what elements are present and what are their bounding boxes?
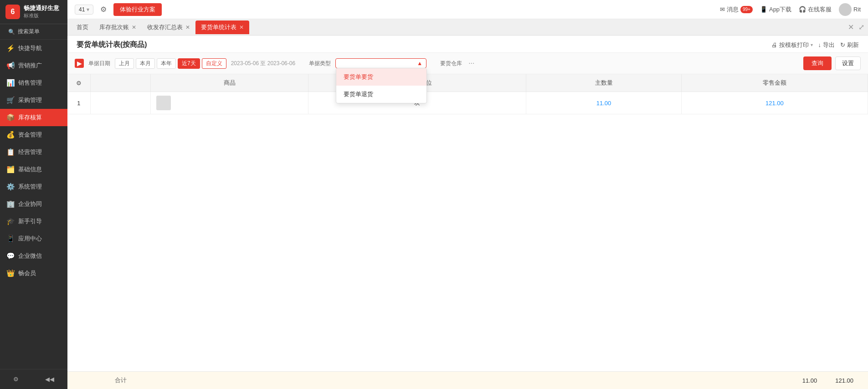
dropdown-item-order-goods[interactable]: 要货单要货 [336,68,426,86]
settings-footer-btn[interactable]: ⚙ [10,374,22,384]
purchase-icon: 🛒 [6,96,15,104]
filter-expand-btn[interactable]: ▶ [75,59,84,68]
brand-title: 畅捷通好生意 [24,5,59,12]
operations-icon: 📋 [6,148,15,156]
brand-sub: 标准版 [24,12,59,19]
sidebar-item-app-center[interactable]: 📱 应用中心 [0,230,67,247]
app-center-icon: 📱 [6,235,15,243]
sidebar-item-inventory[interactable]: 📦 库存核算 [0,109,67,126]
table-footer: 合计 11.00 121.00 [67,371,868,389]
messages-btn[interactable]: ✉ 消息 99+ [720,5,753,14]
query-btn[interactable]: 查询 [803,56,832,70]
table-header-row: ⚙ 商品 主计量单位 主数量 零售金额 [67,74,868,92]
sidebar-item-guide[interactable]: 🎓 新手引导 [0,213,67,230]
messages-icon: ✉ [720,6,725,13]
sidebar-item-system[interactable]: ⚙️ 系统管理 [0,178,67,195]
dropdown-item-label-2: 要货单退货 [344,91,373,97]
app-logo-icon: 6 [5,5,20,19]
online-service-btn[interactable]: 🎧 在线客服 [799,5,832,14]
footer-amount: 121.00 [826,377,863,384]
enterprise-icon: 🏢 [6,200,15,208]
store-value: 41 [79,6,85,13]
sidebar-item-finance[interactable]: 💰 资金管理 [0,126,67,143]
export-btn[interactable]: ↓ 导出 [818,41,835,49]
date-btn-last-month[interactable]: 上月 [115,58,134,69]
type-filter-label: 单据类型 [309,60,331,67]
sidebar-item-sales[interactable]: 📊 销售管理 [0,74,67,92]
close-receive-send-icon[interactable]: ✕ [185,24,190,31]
wechat-icon: 💬 [6,252,15,260]
date-filter-label: 单据日期 [88,60,110,67]
topbar-right: ✉ 消息 99+ 📱 App下载 🎧 在线客服 Rit [720,3,861,16]
refresh-icon: ↻ [840,41,845,48]
type-filter-input[interactable]: ▲ 要货单要货 要货单退货 [335,58,426,68]
print-btn[interactable]: 🖨 按模板打印 ▾ [771,41,813,49]
tab-inventory-batch[interactable]: 库存批次账 ✕ [94,20,142,34]
sidebar-search[interactable]: 🔍 搜索菜单 [0,24,67,40]
guide-label: 新手引导 [18,217,42,225]
tabs-bar-right: ✕ ⤢ [848,23,864,31]
marketing-label: 营销推广 [18,61,42,70]
marketing-icon: 📢 [6,61,15,70]
tabs-bar: 首页 库存批次账 ✕ 收发存汇总表 ✕ 要货单统计表 ✕ ✕ ⤢ [67,19,868,36]
finance-icon: 💰 [6,131,15,139]
member-label: 畅会员 [18,269,36,277]
sidebar-item-wechat[interactable]: 💬 企业微信 [0,247,67,265]
purchase-label: 采购管理 [18,96,42,104]
col-product: 商品 [151,74,308,92]
product-thumbnail [156,96,171,110]
date-btn-this-year[interactable]: 本年 [157,58,176,69]
col-settings-icon[interactable]: ⚙ [76,80,82,87]
restore-tab-icon[interactable]: ⤢ [858,23,864,31]
sidebar-item-member[interactable]: 👑 畅会员 [0,265,67,282]
quick-nav-label: 快捷导航 [18,44,42,52]
table-container: ⚙ 商品 主计量单位 主数量 零售金额 1 [67,74,868,371]
app-download-icon: 📱 [760,6,767,13]
messages-label: 消息 [727,5,739,14]
sales-icon: 📊 [6,79,15,87]
date-btn-this-month[interactable]: 本月 [136,58,155,69]
sidebar-item-basic-info[interactable]: 🗂️ 基础信息 [0,161,67,178]
guide-icon: 🎓 [6,217,15,225]
close-inventory-batch-icon[interactable]: ✕ [132,24,136,31]
sales-label: 销售管理 [18,79,42,87]
collapse-footer-btn[interactable]: ◀◀ [41,374,58,384]
store-selector[interactable]: 41 ▾ [75,5,93,15]
tab-receive-send[interactable]: 收发存汇总表 ✕ [142,20,195,34]
trial-btn[interactable]: 体验行业方案 [113,3,162,16]
tab-order-stats-label: 要货单统计表 [201,23,236,31]
sidebar-logo: 6 畅捷通好生意 标准版 [0,0,67,24]
system-icon: ⚙️ [6,183,15,191]
member-icon: 👑 [6,269,15,277]
settings-btn[interactable]: 设置 [835,56,861,70]
sidebar-item-quick-nav[interactable]: ⚡ 快捷导航 [0,40,67,57]
dropdown-item-return-goods[interactable]: 要货单退货 [336,86,426,103]
topbar-gear-icon[interactable]: ⚙ [97,3,110,16]
basic-info-label: 基础信息 [18,165,42,174]
row-quantity-cell[interactable]: 11.00 [526,92,681,114]
date-btn-custom[interactable]: 自定义 [202,58,226,69]
sidebar-item-operations[interactable]: 📋 经营管理 [0,143,67,161]
refresh-btn[interactable]: ↻ 刷新 [840,41,859,49]
tab-order-stats[interactable]: 要货单统计表 ✕ [195,20,249,34]
row-product-cell [151,92,308,114]
app-download-btn[interactable]: 📱 App下载 [760,5,791,14]
main-area: 41 ▾ ⚙ 体验行业方案 ✉ 消息 99+ 📱 App下载 🎧 在线客服 R [67,0,868,389]
app-center-label: 应用中心 [18,235,42,243]
type-dropdown-menu: 要货单要货 要货单退货 [336,68,427,103]
sidebar-item-purchase[interactable]: 🛒 采购管理 [0,92,67,109]
app-logo-text: 畅捷通好生意 标准版 [24,5,59,19]
close-tab-icon[interactable]: ✕ [848,23,854,31]
sidebar: 6 畅捷通好生意 标准版 🔍 搜索菜单 ⚡ 快捷导航 📢 营销推广 📊 销售管理… [0,0,67,389]
footer-quantity: 11.00 [793,377,827,384]
tab-home[interactable]: 首页 [71,20,94,34]
row-amount-cell[interactable]: 121.00 [681,92,868,114]
type-filter-chevron-icon: ▲ [417,60,422,67]
user-profile-btn[interactable]: Rit [839,3,861,16]
sidebar-item-marketing[interactable]: 📢 营销推广 [0,57,67,74]
filter-more-icon[interactable]: ··· [468,59,474,67]
col-gear: ⚙ [67,74,90,92]
date-btn-last-7-days[interactable]: 近7天 [178,58,200,69]
close-order-stats-icon[interactable]: ✕ [239,24,244,31]
sidebar-item-enterprise[interactable]: 🏢 企业协同 [0,195,67,213]
